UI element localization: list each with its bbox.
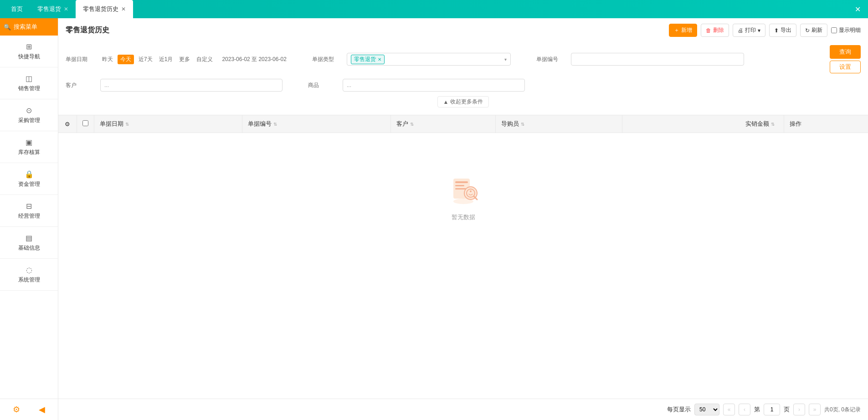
- tab-retail-return-label: 零售退货: [37, 5, 61, 13]
- settings-bottom-icon[interactable]: ⚙: [13, 405, 20, 415]
- date-shortcut-7days[interactable]: 近7天: [137, 55, 154, 64]
- sidebar-item-system[interactable]: ◌ 系统管理: [0, 259, 58, 291]
- th-checkbox[interactable]: [77, 115, 94, 133]
- system-icon: ◌: [25, 265, 34, 274]
- empty-cell: 暂无数据: [58, 133, 868, 258]
- inventory-icon: ▣: [25, 138, 34, 147]
- empty-text: 暂无数据: [452, 213, 475, 221]
- main-layout: 🔍 搜索菜单 ⊞ 快捷导航 ◫ 销售管理 ⊙ 采购管理 ▣ 库存核算 🔒 资金管…: [0, 18, 868, 420]
- print-icon: 🖨: [738, 27, 743, 34]
- sidebar-item-finance[interactable]: 🔒 资金管理: [0, 163, 58, 195]
- type-filter-tag: 零售退货 ✕: [351, 55, 385, 64]
- number-filter-input[interactable]: [571, 53, 744, 66]
- sidebar-bottom: ⚙ ◀: [0, 399, 58, 420]
- type-filter-select[interactable]: 零售退货 ✕ ▾: [347, 53, 511, 66]
- collapse-sidebar-icon[interactable]: ◀: [39, 405, 45, 415]
- type-filter-tag-close[interactable]: ✕: [378, 57, 381, 62]
- tab-list: 首页 零售退货 ✕ 零售退货历史 ✕: [4, 0, 133, 18]
- sidebar-search[interactable]: 🔍 搜索菜单: [0, 18, 58, 36]
- page-size-label: 每页显示: [667, 405, 691, 414]
- new-button[interactable]: ＋ 新增: [669, 24, 697, 37]
- tab-home[interactable]: 首页: [4, 0, 30, 18]
- th-settings[interactable]: ⚙: [58, 115, 77, 133]
- sidebar-item-operations[interactable]: ⊟ 经营管理: [0, 195, 58, 227]
- customer-sort-icon: ⇅: [410, 122, 414, 127]
- sidebar-item-basic-info[interactable]: ▤ 基础信息: [0, 227, 58, 259]
- tab-retail-return-close[interactable]: ✕: [64, 6, 68, 12]
- next-page-button[interactable]: ›: [793, 404, 805, 415]
- number-sort-icon: ⇅: [273, 122, 277, 127]
- collapse-button[interactable]: ▲ 收起更多条件: [437, 96, 489, 108]
- page-header: 零售退货历史 ＋ 新增 🗑 删除 🖨 打印 ▾: [58, 18, 868, 115]
- th-amount-label: 实销金额: [745, 120, 769, 128]
- tab-retail-return-history-label: 零售退货历史: [83, 5, 118, 13]
- last-page-button[interactable]: »: [809, 404, 821, 415]
- table-body: 暂无数据: [58, 133, 868, 258]
- tab-retail-return-history-close[interactable]: ✕: [121, 6, 126, 12]
- tab-home-label: 首页: [11, 5, 23, 13]
- page-unit-label: 页: [784, 405, 790, 414]
- goods-filter-select[interactable]: ...: [343, 79, 525, 92]
- sidebar-item-sales-label: 销售管理: [18, 85, 40, 92]
- finance-icon: 🔒: [25, 169, 34, 179]
- sidebar-item-quick-nav[interactable]: ⊞ 快捷导航: [0, 36, 58, 67]
- date-shortcut-yesterday[interactable]: 昨天: [100, 55, 115, 64]
- type-filter-tag-label: 零售退货: [354, 56, 376, 63]
- date-filter-label: 单据日期: [66, 56, 93, 63]
- date-shortcut-custom[interactable]: 自定义: [195, 55, 215, 64]
- page-label: 第: [754, 405, 760, 414]
- show-detail-checkbox[interactable]: 显示明细: [831, 26, 861, 34]
- page-number-input[interactable]: [764, 404, 780, 415]
- print-button[interactable]: 🖨 打印 ▾: [733, 24, 765, 37]
- th-date[interactable]: 单据日期 ⇅: [94, 115, 242, 133]
- sidebar-item-operations-label: 经营管理: [18, 212, 40, 220]
- refresh-button[interactable]: ↻ 刷新: [800, 24, 827, 37]
- delete-button[interactable]: 🗑 删除: [701, 24, 729, 37]
- sidebar-search-label: 搜索菜单: [14, 23, 37, 31]
- date-shortcut-today[interactable]: 今天: [118, 55, 134, 64]
- page-title: 零售退货历史: [66, 26, 109, 35]
- query-button[interactable]: 查询: [830, 45, 861, 59]
- prev-page-button[interactable]: ‹: [739, 404, 750, 415]
- filter-row-2: 客户 ... 商品 ...: [66, 76, 861, 94]
- th-customer[interactable]: 客户 ⇅: [390, 115, 495, 133]
- th-guide-label: 导购员: [501, 120, 519, 128]
- date-shortcut-more[interactable]: 更多: [177, 55, 192, 64]
- guide-sort-icon: ⇅: [521, 122, 524, 127]
- th-number[interactable]: 单据编号 ⇅: [242, 115, 391, 133]
- window-close-button[interactable]: ✕: [851, 3, 864, 15]
- table-container: ⚙ 单据日期 ⇅ 单据编号: [58, 115, 868, 399]
- print-dropdown-icon: ▾: [758, 27, 760, 34]
- th-guide[interactable]: 导购员 ⇅: [495, 115, 622, 133]
- th-actions: 操作: [784, 115, 868, 133]
- settings-gear-icon[interactable]: ⚙: [65, 121, 70, 128]
- date-shortcut-1month[interactable]: 近1月: [157, 55, 175, 64]
- data-table: ⚙ 单据日期 ⇅ 单据编号: [58, 115, 868, 258]
- svg-point-8: [470, 190, 472, 192]
- first-page-button[interactable]: «: [723, 404, 735, 415]
- select-all-checkbox[interactable]: [82, 120, 88, 126]
- content-area: 零售退货历史 ＋ 新增 🗑 删除 🖨 打印 ▾: [58, 18, 868, 420]
- sidebar-item-inventory[interactable]: ▣ 库存核算: [0, 131, 58, 163]
- sidebar-item-inventory-label: 库存核算: [18, 149, 40, 156]
- show-detail-input[interactable]: [831, 27, 837, 33]
- customer-dots: ...: [104, 82, 109, 88]
- customer-filter-label: 客户: [66, 82, 93, 89]
- export-button[interactable]: ⬆ 导出: [769, 24, 796, 37]
- th-amount[interactable]: 实销金额 ⇅: [622, 115, 784, 133]
- svg-rect-4: [455, 188, 466, 190]
- customer-filter-select[interactable]: ...: [100, 79, 282, 92]
- sidebar-item-sales-mgmt[interactable]: ◫ 销售管理: [0, 67, 58, 99]
- svg-rect-2: [455, 181, 468, 183]
- new-icon: ＋: [674, 26, 679, 34]
- tab-retail-return[interactable]: 零售退货 ✕: [30, 0, 76, 18]
- new-label: 新增: [681, 26, 692, 34]
- tab-retail-return-history[interactable]: 零售退货历史 ✕: [76, 0, 133, 18]
- filter-area: 单据日期 昨天 今天 近7天 近1月 更多 自定义 2023-06-02 至 2…: [66, 42, 861, 115]
- th-number-label: 单据编号: [248, 120, 272, 128]
- page-size-select[interactable]: 20 50 100: [694, 404, 719, 415]
- sidebar-item-purchase-mgmt[interactable]: ⊙ 采购管理: [0, 99, 58, 131]
- settings-button[interactable]: 设置: [830, 61, 861, 73]
- refresh-label: 刷新: [812, 26, 822, 34]
- sidebar-item-basic-info-label: 基础信息: [18, 244, 40, 252]
